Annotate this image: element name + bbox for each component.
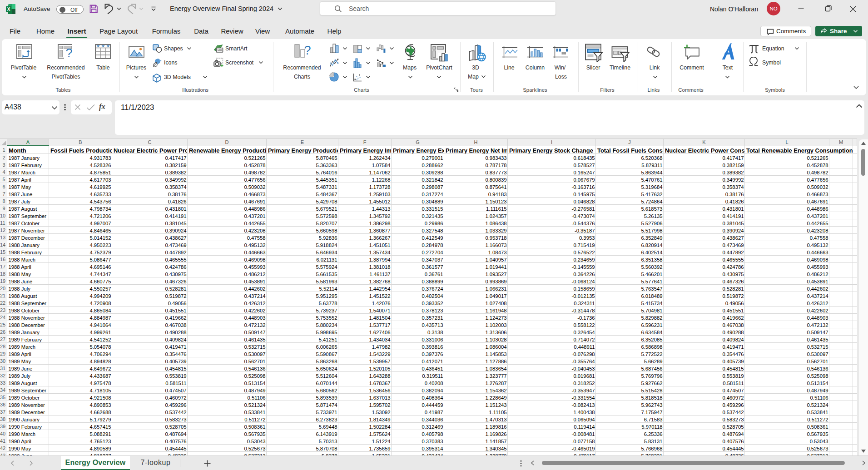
svg-text:?: ?: [304, 44, 311, 57]
svg-text:?: ?: [65, 46, 72, 59]
svg-text:X: X: [7, 7, 10, 12]
